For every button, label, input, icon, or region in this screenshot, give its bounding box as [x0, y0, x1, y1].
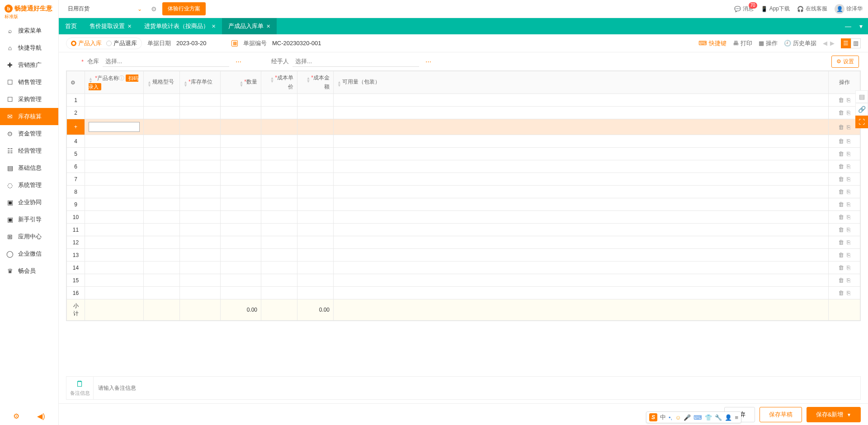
col-unit[interactable]: ▲▼*库存单位 [180, 71, 221, 94]
cell-name[interactable] [85, 94, 144, 107]
cell-unit[interactable] [180, 274, 221, 287]
cell-unit[interactable] [180, 236, 221, 249]
message-button[interactable]: 💬 消息 70 [734, 5, 754, 13]
delete-row-icon[interactable]: 🗑 [838, 201, 844, 208]
cell-amount[interactable] [297, 135, 334, 148]
cell-avail[interactable] [334, 224, 829, 236]
table-row[interactable]: +🗑⎘ [67, 119, 860, 135]
cell-price[interactable] [261, 236, 297, 249]
delete-row-icon[interactable]: 🗑 [838, 97, 844, 103]
cell-amount[interactable] [297, 249, 334, 262]
delete-row-icon[interactable]: 🗑 [838, 239, 844, 246]
cell-qty[interactable] [221, 236, 261, 249]
copy-row-icon[interactable]: ⎘ [847, 150, 850, 157]
cell-name[interactable] [85, 160, 144, 173]
cell-name[interactable] [85, 148, 144, 160]
close-icon[interactable]: ✕ [266, 23, 270, 29]
cell-amount[interactable] [297, 107, 334, 119]
copy-row-icon[interactable]: ⎘ [847, 290, 850, 296]
col-config[interactable]: ⚙ [67, 71, 85, 94]
sidebar-item-7[interactable]: ☷经营管理 [0, 142, 58, 159]
cell-unit[interactable] [180, 287, 221, 299]
cell-qty[interactable] [221, 119, 261, 135]
settings-icon[interactable]: ⚙ [13, 412, 19, 420]
cell-avail[interactable] [334, 211, 829, 224]
cell-spec[interactable] [144, 262, 180, 274]
prev-icon[interactable]: ◀ [823, 40, 827, 47]
col-product-name[interactable]: ▲▼ *产品名称ⓘ 扫码录入 [85, 71, 144, 94]
cell-spec[interactable] [144, 119, 180, 135]
more-icon[interactable]: ⋯ [423, 58, 434, 65]
cell-price[interactable] [261, 173, 297, 186]
cell-amount[interactable] [297, 262, 334, 274]
cell-qty[interactable] [221, 211, 261, 224]
experience-button[interactable]: 体验行业方案 [162, 2, 206, 15]
online-service-button[interactable]: 🎧 在线客服 [797, 5, 827, 13]
copy-row-icon[interactable]: ⎘ [847, 239, 850, 246]
cell-price[interactable] [261, 274, 297, 287]
cell-amount[interactable] [297, 198, 334, 211]
cell-price[interactable] [261, 186, 297, 198]
product-name-input[interactable] [89, 122, 140, 132]
copy-row-icon[interactable]: ⎘ [847, 264, 850, 271]
sidebar-item-6[interactable]: ⊙资金管理 [0, 125, 58, 142]
float-note-icon[interactable]: ▤ [855, 90, 868, 103]
cell-unit[interactable] [180, 173, 221, 186]
remark-input[interactable] [94, 377, 860, 399]
cell-spec[interactable] [144, 236, 180, 249]
save-new-button[interactable]: 保存&新增 ▼ [807, 407, 861, 422]
cell-price[interactable] [261, 224, 297, 236]
cell-name[interactable] [85, 198, 144, 211]
cell-unit[interactable] [180, 107, 221, 119]
delete-row-icon[interactable]: 🗑 [838, 290, 844, 296]
table-row[interactable]: 8🗑⎘ [67, 186, 860, 198]
gear-icon[interactable]: ⚙ [151, 5, 157, 13]
table-row[interactable]: 10🗑⎘ [67, 211, 860, 224]
cell-qty[interactable] [221, 107, 261, 119]
cell-avail[interactable] [334, 148, 829, 160]
cell-unit[interactable] [180, 211, 221, 224]
col-available[interactable]: ▲▼可用量（包装） [334, 71, 829, 94]
history-button[interactable]: 🕘 历史单据 [784, 39, 816, 47]
cell-price[interactable] [261, 262, 297, 274]
user-menu[interactable]: 👤 徐泽华 [835, 4, 863, 14]
cell-spec[interactable] [144, 287, 180, 299]
table-row[interactable]: 7🗑⎘ [67, 173, 860, 186]
copy-row-icon[interactable]: ⎘ [847, 188, 850, 195]
sidebar-item-5[interactable]: ✉库存核算 [0, 108, 58, 125]
date-value[interactable]: 2023-03-20 [176, 40, 226, 47]
tab-menu-icon[interactable]: ▾ [858, 21, 864, 32]
cell-avail[interactable] [334, 186, 829, 198]
app-download-button[interactable]: 📱 App下载 [761, 5, 790, 13]
copy-row-icon[interactable]: ⎘ [847, 252, 850, 258]
delete-row-icon[interactable]: 🗑 [838, 150, 844, 157]
cell-avail[interactable] [334, 119, 829, 135]
cell-name[interactable] [85, 173, 144, 186]
cell-amount[interactable] [297, 119, 334, 135]
col-amount[interactable]: ▲▼*成本金额 [297, 71, 334, 94]
copy-row-icon[interactable]: ⎘ [847, 109, 850, 116]
cell-spec[interactable] [144, 94, 180, 107]
shortcut-button[interactable]: ⌨ 快捷键 [698, 39, 726, 47]
copy-row-icon[interactable]: ⎘ [847, 138, 850, 145]
cell-avail[interactable] [334, 160, 829, 173]
cell-name[interactable] [85, 211, 144, 224]
view-list-button[interactable]: ☰ [841, 38, 851, 48]
cell-price[interactable] [261, 198, 297, 211]
cell-spec[interactable] [144, 135, 180, 148]
collapse-icon[interactable]: ◀) [37, 412, 45, 420]
ime-toolbar[interactable]: S 中 •, ☺ 🎤 ⌨ 👕 🔧 👤 ≡ [646, 411, 741, 423]
cell-spec[interactable] [144, 249, 180, 262]
table-row[interactable]: 12🗑⎘ [67, 236, 860, 249]
cell-avail[interactable] [334, 262, 829, 274]
col-price[interactable]: ▲▼*成本单价 [261, 71, 297, 94]
cell-spec[interactable] [144, 160, 180, 173]
copy-row-icon[interactable]: ⎘ [847, 226, 850, 233]
cell-price[interactable] [261, 249, 297, 262]
cell-spec[interactable] [144, 198, 180, 211]
cell-spec[interactable] [144, 186, 180, 198]
cell-unit[interactable] [180, 119, 221, 135]
cell-spec[interactable] [144, 211, 180, 224]
tab-minimize-icon[interactable]: — [843, 21, 853, 32]
cell-unit[interactable] [180, 94, 221, 107]
